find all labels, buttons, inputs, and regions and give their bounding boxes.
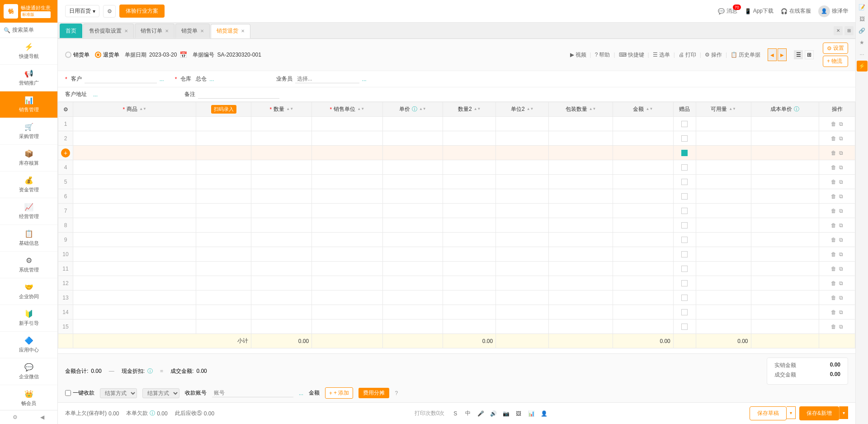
close-sales-return-icon[interactable]: ✕ (241, 29, 245, 33)
date-value[interactable]: 2023-03-20 (149, 52, 177, 58)
cell-cost-13[interactable] (751, 291, 819, 305)
cell-unit-4[interactable] (312, 160, 382, 175)
th-settings[interactable]: ⚙ (58, 102, 73, 117)
copy-row-icon-11[interactable]: ⧉ (839, 266, 843, 272)
cell-price-5[interactable] (382, 175, 443, 189)
draft-chevron-btn[interactable]: ▾ (787, 406, 796, 419)
delete-row-icon-10[interactable]: 🗑 (831, 251, 836, 257)
one-click-pay-input[interactable] (65, 390, 71, 396)
cell-cost-8[interactable] (751, 218, 819, 233)
tab-price-setting[interactable]: 售价提取设置 ✕ (83, 24, 134, 38)
cell-unit-2[interactable] (312, 131, 382, 146)
cell-pkg-14[interactable] (549, 305, 613, 319)
cell-price-9[interactable] (382, 233, 443, 247)
add-row-btn-${i}[interactable]: + (61, 148, 70, 157)
cell-unit-5[interactable] (312, 175, 382, 189)
experience-btn[interactable]: 体验行业方案 (119, 5, 165, 18)
cell-qty-12[interactable] (251, 276, 312, 291)
qty-sort-icon[interactable]: ▲▼ (286, 108, 293, 110)
sidebar-settings-btn[interactable]: ⚙ (4, 414, 27, 420)
cell-product-4[interactable] (73, 160, 196, 175)
cell-unit-14[interactable] (312, 305, 382, 319)
delete-row-icon-11[interactable]: 🗑 (831, 266, 836, 272)
cell-unit2-7[interactable] (496, 204, 549, 218)
cell-unit2-15[interactable] (496, 319, 549, 334)
cell-product-13[interactable] (73, 291, 196, 305)
cell-pkg-8[interactable] (549, 218, 613, 233)
cell-cost-3[interactable] (751, 146, 819, 160)
copy-row-icon-10[interactable]: ⧉ (839, 251, 843, 257)
cell-unit2-5[interactable] (496, 175, 549, 189)
cell-cost-14[interactable] (751, 305, 819, 319)
close-all-tabs-btn[interactable]: ✕ (834, 26, 843, 35)
cell-gift-10[interactable] (673, 247, 696, 262)
cell-unit-11[interactable] (312, 262, 382, 276)
cell-pkg-11[interactable] (549, 262, 613, 276)
online-service-btn[interactable]: 🎧 在线客服 (781, 7, 811, 15)
cell-pkg-4[interactable] (549, 160, 613, 175)
save-new-btn[interactable]: 保存&新增 (799, 406, 839, 420)
cell-qty2-2[interactable] (443, 131, 496, 146)
gift-checkbox-8[interactable] (681, 222, 688, 229)
cell-unit2-11[interactable] (496, 262, 549, 276)
cell-unit2-12[interactable] (496, 276, 549, 291)
right-panel-note-icon[interactable]: 📝 (857, 2, 868, 13)
copy-row-icon-15[interactable]: ⧉ (839, 324, 843, 330)
cell-qty-9[interactable] (251, 233, 312, 247)
tool-mic-icon[interactable]: 🎤 (475, 408, 486, 419)
cell-gift-5[interactable] (673, 175, 696, 189)
expand-tabs-btn[interactable]: ⊞ (844, 26, 854, 35)
cell-unit-3[interactable] (312, 146, 382, 160)
sidebar-item-operations[interactable]: 📈 经营管理 (0, 198, 57, 225)
cell-gift-15[interactable] (673, 319, 696, 334)
warehouse-dots[interactable]: ... (209, 76, 214, 82)
cell-cost-7[interactable] (751, 204, 819, 218)
cell-avail-7[interactable] (696, 204, 751, 218)
gift-checkbox-9[interactable] (681, 237, 688, 243)
tool-scan-icon[interactable]: 📷 (500, 408, 511, 419)
cell-qty2-9[interactable] (443, 233, 496, 247)
view-list-btn[interactable]: ☰ (794, 50, 803, 59)
cell-amount-2[interactable] (613, 131, 674, 146)
table-settings-icon[interactable]: ⚙ (63, 106, 68, 113)
radio-sales[interactable]: 销货单 (65, 51, 90, 59)
cell-unit-13[interactable] (312, 291, 382, 305)
cell-qty2-15[interactable] (443, 319, 496, 334)
cell-avail-3[interactable] (696, 146, 751, 160)
radio-return[interactable]: 退货单 (95, 51, 119, 59)
cell-qty-15[interactable] (251, 319, 312, 334)
amount-sort-icon[interactable]: ▲▼ (646, 108, 653, 110)
cell-unit2-9[interactable] (496, 233, 549, 247)
prev-record-btn[interactable]: ◀ (768, 48, 777, 61)
cell-qty-10[interactable] (251, 247, 312, 262)
cell-unit-10[interactable] (312, 247, 382, 262)
app-download-btn[interactable]: 📱 App下载 (745, 7, 774, 15)
cell-qty-14[interactable] (251, 305, 312, 319)
save-draft-btn[interactable]: 保存草稿 (750, 406, 787, 420)
customer-dots[interactable]: ... (160, 76, 164, 82)
cell-pkg-5[interactable] (549, 175, 613, 189)
cell-amount-11[interactable] (613, 262, 674, 276)
copy-row-icon-8[interactable]: ⧉ (839, 222, 843, 229)
cell-price-2[interactable] (382, 131, 443, 146)
staff-input[interactable] (295, 75, 359, 83)
sidebar-item-inventory[interactable]: 📦 库存核算 (0, 145, 57, 172)
cell-product-10[interactable] (73, 247, 196, 262)
user-menu[interactable]: 👤 徐泽华 (818, 5, 848, 17)
cell-pkg-10[interactable] (549, 247, 613, 262)
cell-cost-11[interactable] (751, 262, 819, 276)
cell-pkg-7[interactable] (549, 204, 613, 218)
cell-qty2-1[interactable] (443, 117, 496, 131)
help-action[interactable]: ? 帮助 (595, 51, 610, 59)
sidebar-item-wechat[interactable]: 💬 企业微信 (0, 358, 57, 385)
staff-dots[interactable]: ... (362, 76, 367, 82)
cell-product-5[interactable] (73, 175, 196, 189)
cell-amount-10[interactable] (613, 247, 674, 262)
copy-row-icon-14[interactable]: ⧉ (839, 309, 843, 315)
cell-qty2-4[interactable] (443, 160, 496, 175)
cell-avail-8[interactable] (696, 218, 751, 233)
right-panel-more-icon[interactable]: ··· (857, 49, 868, 60)
cell-gift-7[interactable] (673, 204, 696, 218)
cell-gift-12[interactable] (673, 276, 696, 291)
cell-qty2-3[interactable] (443, 146, 496, 160)
